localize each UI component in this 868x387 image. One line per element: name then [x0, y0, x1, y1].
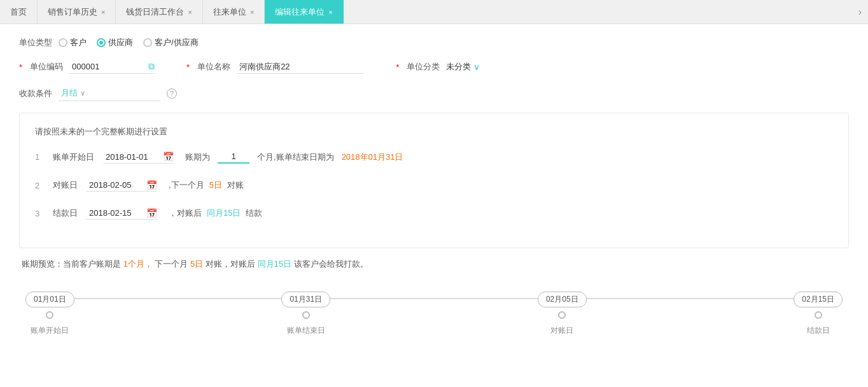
division-down-icon: ∨	[473, 62, 480, 72]
preview-reconcile-post: 对账，对账后	[206, 259, 255, 269]
tab-bar: 首页 销售订单历史 × 钱货日清工作台 × 往来单位 × 编辑往来单位 × ›	[0, 0, 868, 24]
date-input-3: 📅	[87, 207, 157, 220]
timeline-badge-0: 01月01日	[25, 292, 74, 307]
payment-terms-select[interactable]: 月结 ∨	[59, 85, 160, 101]
timeline: 01月01日 账单开始日 01月31日 账单结束日 02月05日 对账日 02月…	[25, 285, 843, 355]
date-field-1[interactable]	[103, 151, 160, 163]
payment-terms-row: 收款条件 月结 ∨ ?	[19, 85, 849, 101]
unit-type-radio-group: 客户 供应商 客户/供应商	[59, 37, 199, 48]
timeline-label-2: 对账日	[550, 325, 573, 336]
timeline-badge-3: 02月15日	[794, 292, 843, 307]
setting-suffix-before-1: 账期为	[185, 151, 210, 163]
tab-home-label: 首页	[10, 6, 27, 18]
setting-num-1: 1	[35, 152, 48, 162]
settings-panel: 请按照未来的一个完整帐期进行设置 1 账单开始日 📅 账期为 个月,账单结束日期…	[19, 113, 849, 248]
setting-suffix-before-3: ，对账后	[169, 208, 202, 219]
date-field-3[interactable]	[87, 207, 144, 219]
period-input[interactable]	[218, 150, 249, 164]
timeline-point-3: 02月15日 结款日	[794, 292, 843, 336]
timeline-points: 01月01日 账单开始日 01月31日 账单结束日 02月05日 对账日 02月…	[25, 292, 843, 336]
unit-code-input-wrap: ⧉	[69, 60, 155, 74]
unit-type-row: 单位类型 客户 供应商 客户/供应商	[19, 37, 849, 48]
timeline-circle-3	[815, 311, 822, 319]
setting-row-3: 3 结款日 📅 ，对账后 同月15日 结款	[35, 207, 833, 220]
setting-suffix-after-2: 对账	[227, 179, 244, 191]
timeline-badge-2: 02月05日	[538, 292, 587, 307]
preview-row: 账期预览：当前客户账期是 1个月， 下一个月 5日 对账，对账后 同月15日 该…	[19, 258, 849, 270]
payment-terms-label: 收款条件	[19, 88, 52, 99]
preview-reconcile-day: 5日	[190, 259, 203, 269]
timeline-circle-2	[558, 311, 566, 319]
tab-edit-partner-label: 编辑往来单位	[275, 6, 325, 18]
tab-sales-order-close[interactable]: ×	[101, 8, 105, 16]
tab-edit-partner[interactable]: 编辑往来单位 ×	[265, 0, 343, 24]
reconcile-day: 5日	[209, 179, 222, 191]
unit-division-select[interactable]: 未分类 ∨	[446, 61, 480, 73]
unit-division-label: 单位分类	[407, 61, 440, 73]
unit-code-star: *	[19, 62, 22, 72]
radio-customer[interactable]: 客户	[59, 37, 87, 48]
page-content: 单位类型 客户 供应商 客户/供应商 * 单位编码 ⧉ * 单位名称	[0, 24, 868, 387]
preview-reconcile-pre: 下一个月	[155, 259, 188, 269]
preview-label: 账期预览：当前客户账期是	[22, 259, 121, 269]
radio-customer-label: 客户	[70, 37, 87, 48]
radio-supplier-circle	[97, 38, 106, 47]
tab-cash-work[interactable]: 钱货日清工作台 ×	[116, 0, 202, 24]
preview-period: 1个月，	[123, 259, 153, 269]
tab-edit-partner-close[interactable]: ×	[328, 8, 332, 16]
tab-sales-order[interactable]: 销售订单历史 ×	[38, 0, 116, 24]
radio-supplier[interactable]: 供应商	[97, 37, 133, 48]
calendar-icon-1[interactable]: 📅	[163, 151, 174, 162]
timeline-circle-0	[46, 311, 53, 319]
radio-both-label: 客户/供应商	[155, 37, 199, 48]
settings-title: 请按照未来的一个完整帐期进行设置	[35, 126, 833, 137]
payment-terms-help-icon[interactable]: ?	[167, 88, 177, 99]
radio-customer-circle	[59, 38, 67, 47]
unit-code-label: 单位编码	[30, 61, 63, 73]
tab-sales-order-label: 销售订单历史	[48, 6, 97, 18]
setting-suffix-after-3: 结款	[246, 208, 262, 219]
unit-division-value: 未分类	[446, 61, 471, 73]
timeline-circle-1	[302, 311, 310, 319]
timeline-label-0: 账单开始日	[31, 325, 69, 336]
unit-name-star: *	[186, 62, 190, 72]
setting-num-3: 3	[35, 209, 48, 218]
tab-partner[interactable]: 往来单位 ×	[203, 0, 265, 24]
timeline-point-2: 02月05日 对账日	[538, 292, 587, 336]
tab-more-arrow[interactable]: ›	[852, 0, 868, 24]
pay-day: 同月15日	[207, 208, 241, 219]
setting-label-2: 对账日	[53, 179, 78, 191]
date-field-2[interactable]	[87, 179, 144, 191]
setting-row-2: 2 对账日 📅 ,下一个月 5日 对账	[35, 179, 833, 192]
unit-type-label: 单位类型	[19, 37, 52, 48]
unit-name-label: 单位名称	[197, 61, 230, 73]
billing-end-date: 2018年01月31日	[342, 151, 403, 163]
payment-terms-down-icon: ∨	[80, 89, 85, 97]
setting-suffix-after-1: 个月,账单结束日期为	[257, 151, 334, 163]
tab-partner-label: 往来单位	[213, 6, 246, 18]
unit-name-input[interactable]	[237, 60, 364, 74]
setting-num-2: 2	[35, 181, 48, 190]
tab-cash-work-label: 钱货日清工作台	[126, 6, 184, 18]
calendar-icon-3[interactable]: 📅	[146, 208, 157, 218]
timeline-point-0: 01月01日 账单开始日	[25, 292, 74, 336]
tab-partner-close[interactable]: ×	[250, 8, 254, 16]
setting-row-1: 1 账单开始日 📅 账期为 个月,账单结束日期为 2018年01月31日	[35, 150, 833, 164]
timeline-point-1: 01月31日 账单结束日	[281, 292, 330, 336]
unit-fields-row: * 单位编码 ⧉ * 单位名称 * 单位分类 未分类 ∨	[19, 60, 849, 74]
tab-cash-work-close[interactable]: ×	[188, 8, 192, 16]
tab-home[interactable]: 首页	[0, 0, 38, 24]
payment-terms-value: 月结	[61, 87, 78, 99]
preview-pay: 同月15日	[258, 259, 291, 269]
unit-code-copy-icon[interactable]: ⧉	[148, 61, 155, 72]
unit-code-input[interactable]	[69, 60, 146, 73]
setting-suffix-before-2: ,下一个月	[169, 179, 204, 191]
radio-both[interactable]: 客户/供应商	[143, 37, 199, 48]
calendar-icon-2[interactable]: 📅	[146, 180, 157, 190]
timeline-label-1: 账单结束日	[287, 325, 325, 336]
radio-supplier-label: 供应商	[108, 37, 133, 48]
date-input-1: 📅	[103, 151, 174, 164]
timeline-label-3: 结款日	[807, 325, 830, 336]
radio-both-circle	[143, 38, 152, 47]
setting-label-1: 账单开始日	[53, 151, 94, 163]
